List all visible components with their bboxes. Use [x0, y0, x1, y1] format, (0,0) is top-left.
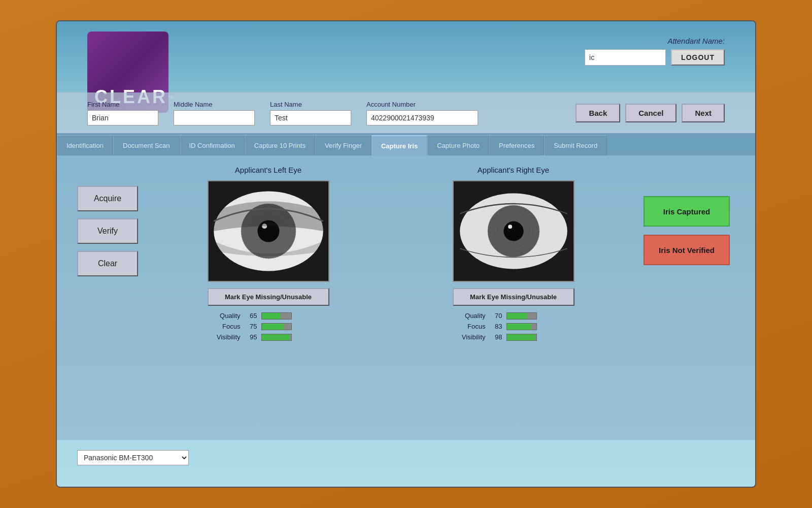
left-quality-bar-bg: [261, 312, 292, 320]
left-controls: Acquire Verify Clear: [77, 166, 138, 341]
next-button[interactable]: Next: [682, 104, 725, 122]
tab-verify-finger[interactable]: Verify Finger: [315, 135, 371, 155]
right-focus-value: 83: [490, 323, 502, 330]
cancel-button[interactable]: Cancel: [625, 104, 676, 122]
left-visibility-bar-fill: [262, 334, 290, 340]
attendant-label: Attendant Name:: [667, 37, 725, 45]
screen: CLEAR™ Attendant Name: LOGOUT First Name…: [56, 20, 756, 488]
left-quality-value: 65: [245, 312, 257, 320]
left-eye-quality-area: Quality 65 Focus 75: [208, 312, 329, 341]
left-eye-image: [208, 180, 329, 282]
right-eye-quality-area: Quality 70 Focus 83: [453, 312, 574, 341]
device-select[interactable]: Panasonic BM-ET300 IrisGuard IG-AD100 LG…: [77, 450, 189, 465]
right-quality-label: Quality: [453, 312, 486, 320]
logout-button[interactable]: LOGOUT: [671, 49, 725, 66]
right-quality-value: 70: [490, 312, 502, 320]
middle-name-input[interactable]: [174, 110, 255, 125]
tab-submit-record[interactable]: Submit Record: [544, 135, 607, 155]
tab-id-confirmation[interactable]: ID Confirmation: [180, 135, 245, 155]
left-focus-label: Focus: [208, 323, 241, 330]
right-focus-label: Focus: [453, 323, 486, 330]
left-visibility-bar-bg: [261, 334, 292, 341]
left-quality-row: Quality 65: [208, 312, 329, 320]
clear-button[interactable]: Clear: [77, 251, 138, 276]
right-status: Iris Captured Iris Not Verified: [644, 166, 735, 341]
right-eye-image: [453, 180, 574, 282]
svg-point-14: [503, 221, 523, 241]
bottom-area: Panasonic BM-ET300 IrisGuard IG-AD100 LG…: [57, 440, 755, 475]
left-visibility-label: Visibility: [208, 333, 241, 341]
nav-buttons: Back Cancel Next: [576, 104, 725, 122]
back-button[interactable]: Back: [576, 104, 620, 122]
first-name-input[interactable]: [87, 110, 158, 125]
attendant-row: LOGOUT: [585, 49, 725, 66]
account-number-label: Account Number: [366, 101, 478, 108]
right-visibility-label: Visibility: [453, 333, 486, 341]
eyes-area: Applicant's Left Eye: [153, 166, 628, 341]
middle-name-group: Middle Name: [174, 101, 255, 125]
left-focus-bar-bg: [261, 323, 292, 330]
tabs-area: Identification Document Scan ID Confirma…: [57, 133, 755, 155]
left-visibility-value: 95: [245, 333, 257, 341]
right-eye-title: Applicant's Right Eye: [478, 166, 549, 174]
right-focus-row: Focus 83: [453, 323, 574, 330]
middle-name-label: Middle Name: [174, 101, 255, 108]
attendant-input[interactable]: [585, 49, 666, 66]
outer-frame: CLEAR™ Attendant Name: LOGOUT First Name…: [0, 0, 812, 508]
svg-point-15: [508, 225, 512, 229]
left-eye-panel: Applicant's Left Eye: [153, 166, 383, 341]
last-name-input[interactable]: [270, 110, 351, 125]
left-quality-label: Quality: [208, 312, 241, 320]
right-visibility-bar-bg: [506, 334, 537, 341]
left-eye-mark-button[interactable]: Mark Eye Missing/Unusable: [208, 288, 329, 306]
right-quality-bar-fill: [507, 313, 528, 319]
right-eye-mark-button[interactable]: Mark Eye Missing/Unusable: [453, 288, 574, 306]
right-visibility-row: Visibility 98: [453, 333, 574, 341]
left-focus-bar-fill: [262, 324, 284, 330]
main-content: Acquire Verify Clear Applicant's Left Ey…: [57, 155, 755, 440]
account-number-group: Account Number: [366, 101, 478, 125]
right-focus-bar-fill: [507, 324, 531, 330]
right-quality-row: Quality 70: [453, 312, 574, 320]
right-eye-panel: Applicant's Right Eye: [398, 166, 628, 341]
right-visibility-value: 98: [490, 333, 502, 341]
right-visibility-bar-fill: [507, 334, 536, 340]
account-number-input[interactable]: [366, 110, 478, 125]
content-inner: Acquire Verify Clear Applicant's Left Ey…: [77, 166, 735, 341]
first-name-group: First Name: [87, 101, 158, 125]
left-eye-title: Applicant's Left Eye: [235, 166, 301, 174]
tab-document-scan[interactable]: Document Scan: [113, 135, 180, 155]
last-name-group: Last Name: [270, 101, 351, 125]
iris-not-verified-badge: Iris Not Verified: [644, 235, 730, 265]
right-eye-svg: [454, 181, 573, 281]
verify-button[interactable]: Verify: [77, 218, 138, 244]
right-focus-bar-bg: [506, 323, 537, 330]
form-area: First Name Middle Name Last Name Account…: [57, 92, 755, 133]
left-visibility-row: Visibility 95: [208, 333, 329, 341]
acquire-button[interactable]: Acquire: [77, 186, 138, 211]
tab-capture-iris[interactable]: Capture Iris: [371, 135, 427, 155]
first-name-label: First Name: [87, 101, 158, 108]
last-name-label: Last Name: [270, 101, 351, 108]
header: CLEAR™ Attendant Name: LOGOUT First Name…: [57, 21, 755, 133]
iris-captured-badge: Iris Captured: [644, 196, 730, 227]
tab-identification[interactable]: Identification: [57, 135, 113, 155]
tab-capture-10-prints[interactable]: Capture 10 Prints: [245, 135, 315, 155]
tab-preferences[interactable]: Preferences: [489, 135, 544, 155]
left-eye-svg: [209, 181, 328, 281]
left-quality-bar-fill: [262, 313, 281, 319]
right-quality-bar-bg: [506, 312, 537, 320]
tab-capture-photo[interactable]: Capture Photo: [427, 135, 489, 155]
left-focus-row: Focus 75: [208, 323, 329, 330]
attendant-area: Attendant Name: LOGOUT: [585, 37, 725, 66]
left-focus-value: 75: [245, 323, 257, 330]
